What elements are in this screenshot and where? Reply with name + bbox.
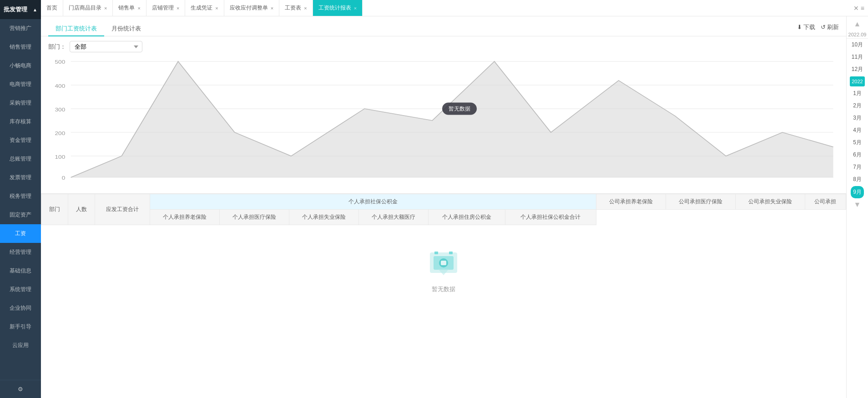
svg-text:100: 100	[55, 154, 65, 160]
tab-close-icon[interactable]: ×	[354, 5, 357, 11]
chart-svg: 500 400 300 200 100 0	[48, 57, 839, 184]
timeline-item-6月[interactable]: 6月	[848, 149, 866, 161]
timeline-up-icon[interactable]: ▲	[852, 18, 863, 30]
sidebar-item-发票管理[interactable]: 发票管理	[0, 168, 41, 187]
col-company-other: 公司承担	[805, 194, 846, 210]
tab-close-icon[interactable]: ×	[104, 5, 107, 11]
sidebar-item-经营管理[interactable]: 经营管理	[0, 243, 41, 262]
timeline-date-header: 2022.09	[847, 30, 868, 39]
toolbar-right: ⬇ 下载 ↺ 刷新	[797, 23, 839, 35]
tab-close-icon[interactable]: ×	[137, 5, 140, 11]
download-icon: ⬇	[797, 24, 802, 30]
sidebar-item-采购管理[interactable]: 采购管理	[0, 94, 41, 112]
col-personal-medical: 个人承担医疗保险	[220, 210, 289, 225]
svg-text:0: 0	[62, 175, 66, 181]
chart-area: 500 400 300 200 100 0	[41, 57, 846, 193]
sidebar-item-系统管理[interactable]: 系统管理	[0, 280, 41, 299]
col-company-medical: 公司承担医疗保险	[666, 194, 735, 210]
timeline-item-1月[interactable]: 1月	[848, 87, 866, 100]
timeline-item-2月[interactable]: 2月	[848, 100, 866, 112]
sidebar-item-云应用[interactable]: 云应用	[0, 336, 41, 355]
sidebar-item-销售管理[interactable]: 销售管理	[0, 38, 41, 56]
sidebar-title: 批发管理	[4, 5, 27, 14]
timeline-item-3月[interactable]: 3月	[848, 112, 866, 124]
tab-工资表[interactable]: 工资表×	[279, 0, 313, 16]
sidebar-item-库存核算[interactable]: 库存核算	[0, 112, 41, 131]
settings-icon: ⚙	[18, 386, 23, 393]
timeline-item-9月[interactable]: 9月	[851, 186, 863, 198]
refresh-button[interactable]: ↺ 刷新	[821, 23, 839, 31]
timeline-item-12月[interactable]: 12月	[848, 63, 866, 76]
page: 部门工资统计表月份统计表 ⬇ 下载 ↺ 刷新 部门：	[41, 16, 846, 398]
sidebar-header[interactable]: 批发管理 ▲	[0, 0, 41, 19]
tab-门店商品目录[interactable]: 门店商品目录×	[63, 0, 113, 16]
svg-text:400: 400	[55, 83, 65, 89]
col-total-salary: 应发工资合计	[95, 194, 150, 225]
tab-close-icon[interactable]: ×	[177, 5, 179, 11]
col-personal-total: 个人承担社保公积金合计	[505, 210, 596, 225]
timeline-sidebar: ▲ 2022.09 10月11月12月20221月2月3月4月5月6月7月8月9…	[846, 16, 868, 398]
timeline-item-10月[interactable]: 10月	[848, 39, 866, 51]
svg-text:300: 300	[55, 107, 65, 112]
sidebar-item-新手引导[interactable]: 新手引导	[0, 317, 41, 336]
timeline-down-icon[interactable]: ▼	[852, 199, 863, 211]
tabbar-close-icon[interactable]: ✕	[853, 5, 859, 12]
dept-select[interactable]: 全部	[70, 41, 142, 52]
col-personal-major-medical: 个人承担大额医疗	[359, 210, 429, 225]
main-area: 首页门店商品目录×销售单×店铺管理×生成凭证×应收应付调整单×工资表×工资统计报…	[41, 0, 868, 398]
sidebar-item-固定资产[interactable]: 固定资产	[0, 206, 41, 224]
tab-工资统计报表[interactable]: 工资统计报表×	[313, 0, 363, 16]
timeline-item-11月[interactable]: 11月	[848, 51, 866, 63]
sidebar-item-企业协同[interactable]: 企业协同	[0, 299, 41, 317]
tab-close-icon[interactable]: ×	[304, 5, 307, 11]
timeline-item-4月[interactable]: 4月	[848, 124, 866, 136]
tabbar-actions: ✕ ≡	[850, 5, 868, 12]
sidebar-item-总账管理[interactable]: 总账管理	[0, 150, 41, 168]
no-data-icon	[425, 243, 462, 280]
svg-rect-16	[441, 261, 446, 265]
sidebar-item-工资[interactable]: 工资	[0, 224, 41, 243]
toolbar: 部门： 全部	[41, 36, 846, 57]
svg-marker-12	[71, 61, 833, 177]
sidebar-settings[interactable]: ⚙	[0, 380, 41, 398]
sidebar-item-电商管理[interactable]: 电商管理	[0, 75, 41, 94]
toolbar-left: 部门： 全部	[48, 41, 142, 52]
timeline-item-7月[interactable]: 7月	[848, 161, 866, 173]
tabbar-more-icon[interactable]: ≡	[861, 5, 864, 12]
tab-店铺管理[interactable]: 店铺管理×	[146, 0, 185, 16]
tab-close-icon[interactable]: ×	[215, 5, 218, 11]
timeline-item-5月[interactable]: 5月	[848, 136, 866, 149]
dept-label: 部门：	[48, 43, 66, 51]
svg-rect-17	[434, 252, 438, 254]
sidebar-item-基础信息[interactable]: 基础信息	[0, 262, 41, 280]
svg-text:200: 200	[55, 131, 65, 136]
col-count: 人数	[68, 194, 95, 225]
table-wrapper: 部门 人数 应发工资合计 个人承担社保公积金 公司承担养老保险 公司承担医疗保险…	[41, 193, 846, 398]
tab-首页[interactable]: 首页	[41, 0, 63, 16]
col-personal-pension: 个人承担养老保险	[150, 210, 220, 225]
sub-tab-部门工资统计表[interactable]: 部门工资统计表	[48, 22, 104, 36]
tab-应收应付调整单[interactable]: 应收应付调整单×	[224, 0, 279, 16]
tabbar: 首页门店商品目录×销售单×店铺管理×生成凭证×应收应付调整单×工资表×工资统计报…	[41, 0, 868, 16]
sidebar-collapse-icon: ▲	[33, 7, 37, 12]
col-group-personal: 个人承担社保公积金	[150, 194, 596, 210]
timeline-item-8月[interactable]: 8月	[848, 173, 866, 186]
sidebar-item-税务管理[interactable]: 税务管理	[0, 187, 41, 206]
sidebar-item-营销推广[interactable]: 营销推广	[0, 19, 41, 38]
svg-rect-18	[449, 252, 453, 254]
sidebar-item-小畅电商[interactable]: 小畅电商	[0, 56, 41, 75]
tab-销售单[interactable]: 销售单×	[113, 0, 146, 16]
tab-close-icon[interactable]: ×	[271, 5, 273, 11]
sub-tabs: 部门工资统计表月份统计表 ⬇ 下载 ↺ 刷新	[41, 16, 846, 36]
download-button[interactable]: ⬇ 下载	[797, 23, 815, 31]
col-company-unemployment: 公司承担失业保险	[735, 194, 805, 210]
col-company-pension: 公司承担养老保险	[596, 194, 666, 210]
col-personal-housing: 个人承担住房公积金	[429, 210, 505, 225]
sub-tab-月份统计表[interactable]: 月份统计表	[104, 22, 148, 36]
col-personal-unemployment: 个人承担失业保险	[289, 210, 359, 225]
svg-text:500: 500	[55, 59, 65, 65]
sidebar: 批发管理 ▲ 营销推广销售管理小畅电商电商管理采购管理库存核算资金管理总账管理发…	[0, 0, 41, 398]
tab-生成凭证[interactable]: 生成凭证×	[185, 0, 224, 16]
sidebar-item-资金管理[interactable]: 资金管理	[0, 131, 41, 150]
timeline-item-2022[interactable]: 2022	[850, 76, 864, 86]
